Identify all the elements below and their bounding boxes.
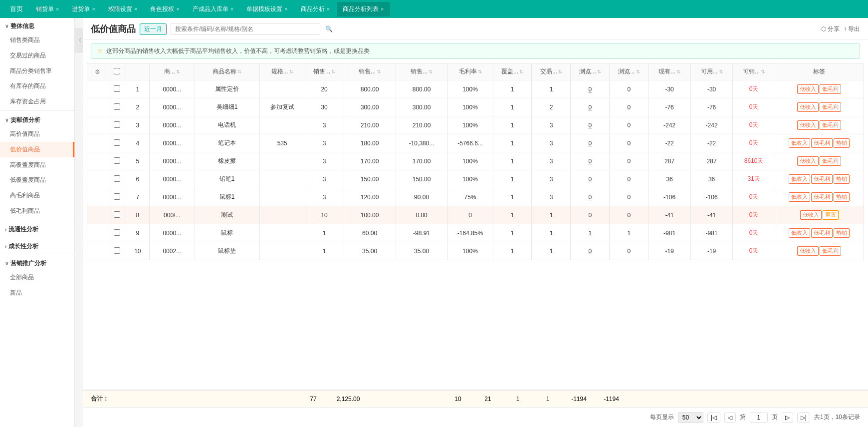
sidebar-item-all-products[interactable]: 全部商品 bbox=[0, 270, 74, 285]
sidebar-item-high-coverage[interactable]: 高覆盖度商品 bbox=[0, 157, 74, 173]
cell-checkbox[interactable] bbox=[108, 224, 126, 242]
cell-checkbox[interactable] bbox=[108, 206, 126, 224]
nav-product-analysis[interactable]: 商品分析 × bbox=[295, 2, 336, 16]
nav-sales-order[interactable]: 销货单 × bbox=[30, 2, 65, 16]
cell-checkbox[interactable] bbox=[108, 170, 126, 188]
search-icon[interactable]: 🔍 bbox=[325, 25, 333, 32]
col-days[interactable]: 可销...⇅ bbox=[733, 63, 775, 80]
sidebar-item-new-products[interactable]: 新品 bbox=[0, 285, 74, 301]
row-checkbox[interactable] bbox=[114, 229, 120, 236]
sidebar-item-high-value[interactable]: 高价值商品 bbox=[0, 126, 74, 142]
row-checkbox[interactable] bbox=[114, 211, 120, 218]
views-link[interactable]: 0 bbox=[589, 122, 592, 129]
sidebar-group-marketing[interactable]: ∨ 营销推广分析 bbox=[0, 255, 74, 270]
views-link[interactable]: 1 bbox=[589, 230, 592, 237]
col-qty[interactable]: 销售...⇅ bbox=[305, 63, 344, 80]
nav-template-settings[interactable]: 单据模板设置 × bbox=[240, 2, 293, 16]
views-link[interactable]: 0 bbox=[589, 158, 592, 165]
row-checkbox[interactable] bbox=[114, 121, 120, 128]
col-views[interactable]: 浏览...⇅ bbox=[571, 63, 610, 80]
cell-checkbox[interactable] bbox=[108, 188, 126, 206]
sidebar-item-category-sales-rate[interactable]: 商品分类销售率 bbox=[0, 63, 74, 79]
row-checkbox[interactable] bbox=[114, 175, 120, 182]
nav-permissions[interactable]: 权限设置 × bbox=[102, 2, 143, 16]
nav-close-icon[interactable]: × bbox=[381, 6, 384, 12]
last-page-button[interactable]: ▷| bbox=[797, 413, 810, 423]
export-button[interactable]: ↑ 导出 bbox=[844, 25, 860, 33]
nav-close-icon[interactable]: × bbox=[56, 6, 59, 12]
col-coverage[interactable]: 覆盖...⇅ bbox=[493, 63, 532, 80]
views-link[interactable]: 0 bbox=[589, 140, 592, 147]
page-size-select[interactable]: 50 100 200 bbox=[678, 412, 703, 423]
col-stock[interactable]: 现有...⇅ bbox=[649, 63, 690, 80]
cell-checkbox[interactable] bbox=[108, 152, 126, 170]
page-number-input[interactable] bbox=[750, 413, 768, 423]
row-checkbox[interactable] bbox=[114, 157, 120, 164]
table-row: 9 0000... 鼠标 1 60.00 -98.91 -164.85% 1 1… bbox=[87, 224, 864, 242]
sidebar-collapse-button[interactable]: 《 bbox=[75, 28, 83, 53]
views-link[interactable]: 0 bbox=[589, 212, 592, 219]
sidebar-group-growth[interactable]: › 成长性分析 bbox=[0, 238, 74, 253]
filter-recent-month-button[interactable]: 近一月 bbox=[140, 23, 167, 35]
views-link[interactable]: 0 bbox=[589, 86, 592, 93]
row-checkbox[interactable] bbox=[114, 247, 120, 254]
select-all-checkbox[interactable] bbox=[114, 68, 120, 74]
cell-checkbox[interactable] bbox=[108, 116, 126, 134]
sidebar-group-circulation[interactable]: › 流通性分析 bbox=[0, 221, 74, 236]
nav-role-auth[interactable]: 角色授权 × bbox=[144, 2, 185, 16]
nav-close-icon[interactable]: × bbox=[92, 6, 95, 12]
row-checkbox[interactable] bbox=[114, 193, 120, 200]
cell-stock: -19 bbox=[649, 242, 690, 260]
sidebar-item-low-margin[interactable]: 低毛利商品 bbox=[0, 203, 74, 219]
nav-close-icon[interactable]: × bbox=[176, 6, 179, 12]
views-link[interactable]: 0 bbox=[589, 194, 592, 201]
nav-close-icon[interactable]: × bbox=[327, 6, 330, 12]
col-margin[interactable]: 毛利率⇅ bbox=[447, 63, 493, 80]
cell-checkbox[interactable] bbox=[108, 98, 126, 116]
nav-product-analysis-list[interactable]: 商品分析列表 × bbox=[337, 2, 390, 16]
col-product-name[interactable]: 商品名称⇅ bbox=[195, 63, 259, 80]
row-checkbox[interactable] bbox=[114, 85, 120, 92]
col-avail[interactable]: 可用...⇅ bbox=[690, 63, 732, 80]
prev-page-button[interactable]: ◁ bbox=[724, 413, 736, 423]
sidebar-group-contribution[interactable]: ∨ 贡献值分析 bbox=[0, 112, 74, 126]
views-link[interactable]: 0 bbox=[589, 104, 592, 111]
sidebar-item-low-value[interactable]: 低价值商品 bbox=[0, 142, 74, 157]
product-analysis-table: ⚙ 商...⇅ 商品名称⇅ 规格...⇅ 销售...⇅ 销售...⇅ 销售...… bbox=[87, 63, 864, 260]
nav-close-icon[interactable]: × bbox=[284, 6, 287, 12]
share-button[interactable]: ⬡ 分享 bbox=[821, 25, 840, 33]
sidebar-item-in-stock-products[interactable]: 有库存的商品 bbox=[0, 78, 74, 94]
col-transactions[interactable]: 交易...⇅ bbox=[532, 63, 571, 80]
row-checkbox[interactable] bbox=[114, 139, 120, 146]
nav-purchase-order[interactable]: 进货单 × bbox=[66, 2, 101, 16]
col-profit[interactable]: 销售...⇅ bbox=[396, 63, 447, 80]
col-product-code[interactable]: 商...⇅ bbox=[149, 63, 195, 80]
sidebar-item-sales-products[interactable]: 销售类商品 bbox=[0, 32, 74, 48]
search-input[interactable] bbox=[171, 23, 320, 35]
sidebar-group-overall[interactable]: ∨ 整体信息 bbox=[0, 18, 74, 32]
nav-product-inbound[interactable]: 产成品入库单 × bbox=[187, 2, 239, 16]
sidebar-item-high-margin[interactable]: 高毛利商品 bbox=[0, 188, 74, 203]
settings-icon[interactable]: ⚙ bbox=[95, 68, 100, 75]
next-page-button[interactable]: ▷ bbox=[782, 413, 793, 423]
sidebar-item-inventory-capital[interactable]: 库存资金占用 bbox=[0, 94, 74, 109]
sidebar-item-traded-products[interactable]: 交易过的商品 bbox=[0, 48, 74, 63]
col-amount[interactable]: 销售...⇅ bbox=[344, 63, 396, 80]
cell-checkbox[interactable] bbox=[108, 80, 126, 98]
views-link[interactable]: 0 bbox=[589, 176, 592, 183]
views-link[interactable]: 0 bbox=[589, 248, 592, 255]
sidebar-item-low-coverage[interactable]: 低覆盖度商品 bbox=[0, 172, 74, 188]
cell-margin: 100% bbox=[447, 98, 493, 116]
nav-home[interactable]: 首页 bbox=[4, 1, 29, 16]
col-spec[interactable]: 规格...⇅ bbox=[259, 63, 305, 80]
tag: 低收入 bbox=[797, 246, 819, 256]
col-view-conv[interactable]: 浏览...⇅ bbox=[610, 63, 649, 80]
nav-close-icon[interactable]: × bbox=[230, 6, 233, 12]
col-settings[interactable]: ⚙ bbox=[87, 63, 108, 80]
first-page-button[interactable]: |◁ bbox=[707, 413, 720, 423]
nav-close-icon[interactable]: × bbox=[134, 6, 137, 12]
tag: 低毛利 bbox=[811, 192, 833, 202]
cell-checkbox[interactable] bbox=[108, 242, 126, 260]
cell-checkbox[interactable] bbox=[108, 134, 126, 152]
row-checkbox[interactable] bbox=[114, 103, 120, 110]
